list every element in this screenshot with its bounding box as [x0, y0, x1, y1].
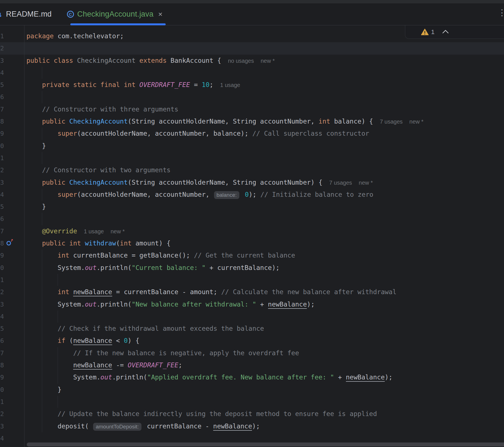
tab-overflow-menu-icon[interactable]: ⋮ [498, 8, 504, 17]
line-number[interactable]: 30 [0, 384, 4, 396]
code-line[interactable]: 22 int newBalance = currentBalance - amo… [0, 286, 504, 298]
chevron-up-icon[interactable] [442, 30, 449, 36]
inlay-hint[interactable]: new * [261, 58, 275, 64]
code-line[interactable]: 13 public CheckingAccount(String account… [0, 176, 504, 189]
code-line[interactable]: 5 private static final int OVERDRAFT_FEE… [0, 79, 504, 91]
code-token: out [100, 374, 112, 381]
inlay-hint[interactable]: new * [111, 228, 125, 234]
line-number[interactable]: 32 [0, 408, 4, 420]
line-number[interactable]: 4 [0, 67, 4, 79]
code-line[interactable]: 20 System.out.println("Current balance: … [0, 262, 504, 274]
line-number[interactable]: 31 [0, 396, 4, 408]
horizontal-scrollbar-thumb[interactable] [27, 442, 504, 446]
inlay-hint[interactable]: 1 usage [220, 82, 240, 88]
inlay-hint[interactable]: new * [359, 180, 373, 186]
line-number[interactable]: 2 [0, 42, 4, 54]
line-number[interactable]: 14 [0, 189, 4, 201]
line-number[interactable]: 16 [0, 213, 4, 225]
line-number[interactable]: 26 [0, 335, 4, 347]
code-editor[interactable]: 1package com.techelevator;23public class… [0, 25, 504, 447]
code-line[interactable]: 19 int currentBalance = getBalance(); //… [0, 249, 504, 262]
code-line[interactable]: 31 [0, 396, 504, 408]
code-line-content: System.out.println("Current balance: " +… [26, 262, 504, 274]
line-number[interactable]: 10 [0, 140, 4, 152]
line-number[interactable]: 1 [0, 30, 4, 42]
line-number[interactable]: 5 [0, 79, 4, 91]
line-number[interactable]: 29 [0, 371, 4, 383]
line-number[interactable]: 33 [0, 420, 4, 432]
gutter-separator [24, 25, 24, 447]
code-line[interactable]: 25 // Check if the withdrawal amount exc… [0, 323, 504, 335]
line-number[interactable]: 28 [0, 359, 4, 371]
code-line[interactable]: 10 } [0, 140, 504, 152]
code-token: (accountHolderName, accountNumber, [77, 191, 213, 198]
code-line[interactable]: 11 [0, 152, 504, 164]
overriding-method-icon[interactable]: ↑ [6, 240, 13, 246]
indent-guide [58, 359, 58, 371]
code-line[interactable]: 2 [0, 42, 504, 54]
line-number[interactable]: 18 [0, 237, 4, 249]
line-number[interactable]: 20 [0, 262, 4, 274]
code-line[interactable]: 9 super(accountHolderName, accountNumber… [0, 128, 504, 140]
line-number[interactable]: 3 [0, 55, 4, 67]
line-number[interactable]: 8 [0, 115, 4, 128]
code-line[interactable]: 26 if (newBalance < 0) { [0, 335, 504, 347]
java-class-icon: C [67, 11, 74, 18]
line-number[interactable]: 6 [0, 91, 4, 103]
ide-window: { "tab_bar": { "tabs": [ {"label": "READ… [0, 0, 504, 447]
code-line[interactable]: 16 [0, 213, 504, 225]
code-line[interactable]: 24 [0, 310, 504, 323]
tab-label: README.md [6, 10, 51, 19]
code-line[interactable]: 8 public CheckingAccount(String accountH… [0, 115, 504, 128]
line-number[interactable]: 34 [0, 432, 4, 444]
code-line-content [26, 396, 504, 408]
code-line[interactable]: 18↑ public int withdraw(int amount) { [0, 237, 504, 249]
code-line[interactable]: 6 [0, 91, 504, 103]
code-line[interactable]: 23 System.out.println("New balance after… [0, 298, 504, 310]
code-token: System. [26, 264, 85, 271]
tab-readme[interactable]: ↓ README.md [0, 3, 66, 25]
tab-checkingaccount-java[interactable]: C CheckingAccount.java ✕ [66, 3, 168, 25]
inspections-widget[interactable]: 1 [405, 25, 504, 39]
line-number[interactable]: 27 [0, 347, 4, 359]
line-number[interactable]: 9 [0, 128, 4, 140]
indent-guide [42, 359, 42, 371]
code-line[interactable]: 17 @Override1 usagenew * [0, 225, 504, 237]
code-line[interactable]: 29 System.out.println("Applied overdraft… [0, 371, 504, 383]
close-icon[interactable]: ✕ [158, 11, 163, 18]
code-token: OVERDRAFT_FEE [128, 361, 178, 369]
code-line[interactable]: 12 // Constructor with two arguments [0, 164, 504, 176]
line-number[interactable]: 22 [0, 286, 4, 298]
line-number[interactable]: 11 [0, 152, 4, 164]
inlay-hint[interactable]: no usages [228, 58, 254, 64]
code-line[interactable]: 27 // If the new balance is negative, ap… [0, 347, 504, 359]
inlay-hint[interactable]: 7 usages [329, 180, 352, 186]
code-line-content: public CheckingAccount(String accountHol… [26, 115, 504, 128]
line-number[interactable]: 15 [0, 201, 4, 213]
line-number[interactable]: 12 [0, 164, 4, 176]
inlay-hint[interactable]: 7 usages [380, 119, 402, 125]
code-line[interactable]: 28 newBalance -= OVERDRAFT_FEE; [0, 359, 504, 371]
line-number[interactable]: 19 [0, 249, 4, 262]
code-line[interactable]: 15 } [0, 201, 504, 213]
code-line[interactable]: 30 } [0, 384, 504, 396]
code-line[interactable]: 7 // Constructor with three arguments [0, 103, 504, 115]
code-line[interactable]: 21 [0, 274, 504, 286]
line-number[interactable]: 25 [0, 323, 4, 335]
code-token: CheckingAccount [77, 57, 140, 64]
inlay-hint[interactable]: 1 usage [84, 228, 104, 234]
code-line[interactable]: 33 deposit( amountToDeposit: currentBala… [0, 420, 504, 432]
code-line[interactable]: 14 super(accountHolderName, accountNumbe… [0, 189, 504, 201]
line-number[interactable]: 13 [0, 176, 4, 189]
code-line[interactable]: 4 [0, 67, 504, 79]
code-line[interactable]: 32 // Update the balance indirectly usin… [0, 408, 504, 420]
code-token: currentBalance - [143, 423, 213, 430]
line-number[interactable]: 17 [0, 225, 4, 237]
line-number[interactable]: 21 [0, 274, 4, 286]
code-token: ; [210, 81, 213, 88]
line-number[interactable]: 24 [0, 310, 4, 323]
inlay-hint[interactable]: new * [410, 119, 424, 125]
line-number[interactable]: 7 [0, 103, 4, 115]
code-line[interactable]: 3public class CheckingAccount extends Ba… [0, 55, 504, 67]
line-number[interactable]: 23 [0, 298, 4, 310]
